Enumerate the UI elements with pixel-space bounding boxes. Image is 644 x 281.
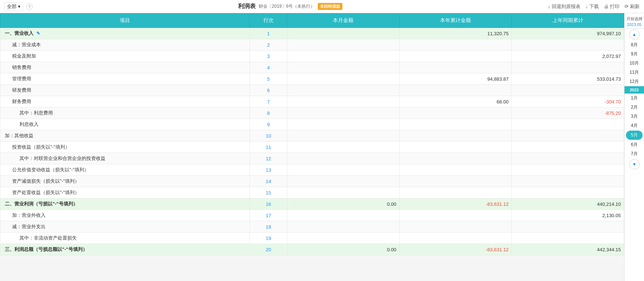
month-item[interactable]: 1月 (625, 94, 644, 103)
cell-item: 减：营业成本 (0, 39, 250, 51)
cell-row-num: 3 (250, 51, 287, 62)
col-header-prev: 上年同期累计 (512, 14, 624, 28)
month-up-button[interactable]: ▲ (629, 29, 640, 40)
scope-dropdown[interactable]: 全部 ▾ (4, 2, 23, 11)
cell-item: 税金及附加 (0, 51, 250, 62)
cell-prev (512, 221, 624, 233)
cell-prev: 440,214.10 (512, 198, 624, 210)
month-item[interactable]: 2月 (625, 103, 644, 112)
dropdown-arrow-icon: ▾ (18, 4, 21, 9)
cell-prev: -304.70 (512, 96, 624, 107)
sidebar-year: 2023.05 (625, 22, 643, 27)
cell-row-num: 7 (250, 96, 287, 107)
cell-item: 管理费用 (0, 73, 250, 85)
table-row: 税金及附加32,072.97 (0, 51, 624, 62)
month-item[interactable]: 11月 (625, 68, 644, 77)
download-button[interactable]: ↓ 下载 (586, 3, 599, 10)
table-row: 加：营业外收入172,130.05 (0, 210, 624, 221)
month-item[interactable]: 2023 (625, 86, 644, 94)
report-title: 利润表 (238, 3, 256, 10)
table-row: 资产减值损失（损失以"-"填列）14 (0, 176, 624, 187)
col-header-item: 项目 (0, 14, 250, 28)
cell-row-num: 12 (250, 153, 287, 164)
cell-month (287, 164, 400, 176)
table-row: 其中：非流动资产处置损失19 (0, 233, 624, 244)
cell-prev: 2,072.97 (512, 51, 624, 62)
month-item[interactable]: 7月 (625, 149, 644, 158)
cell-prev (512, 130, 624, 142)
cell-item: 资产减值损失（损失以"-"填列） (0, 176, 250, 187)
cell-prev (512, 142, 624, 153)
cell-prev (512, 164, 624, 176)
cell-prev: 2,130.05 (512, 210, 624, 221)
month-down-button[interactable]: ▼ (629, 159, 640, 169)
cell-item: 加：营业外收入 (0, 210, 250, 221)
table-row: 销售费用4 (0, 62, 624, 73)
cell-year (399, 142, 512, 153)
cell-item: 销售费用 (0, 62, 250, 73)
cell-year (399, 130, 512, 142)
col-header-year: 本年累计金额 (399, 14, 512, 28)
table-area: 项目 行次 本月金额 本年累计金额 上年同期累计 一、营业收入✎111,320.… (0, 13, 624, 281)
cell-prev: 533,014.73 (512, 73, 624, 85)
cell-month (287, 187, 400, 198)
cell-year: 11,320.75 (399, 28, 512, 39)
table-row: 投资收益（损失以"-"填列）11 (0, 142, 624, 153)
edit-icon[interactable]: ✎ (36, 31, 40, 36)
cell-prev: 442,344.15 (512, 244, 624, 255)
table-row: 管理费用594,883.87533,014.73 (0, 73, 624, 85)
cell-row-num: 16 (250, 198, 287, 210)
cell-prev (512, 153, 624, 164)
cell-month (287, 39, 400, 51)
cell-prev (512, 233, 624, 244)
month-list: 8月9月10月11月12月20231月2月3月4月5月6月7月 (625, 40, 644, 158)
cell-year (399, 85, 512, 96)
cell-prev: 974,997.10 (512, 28, 624, 39)
cell-year (399, 119, 512, 130)
month-item[interactable]: 8月 (625, 40, 644, 50)
month-item[interactable]: 10月 (625, 59, 644, 68)
top-bar-left: 全部 ▾ ? (4, 2, 33, 11)
cell-item: 其中：对联营企业和合营企业的投资收益 (0, 153, 250, 164)
cell-month: 0.00 (287, 244, 400, 255)
cell-row-num: 5 (250, 73, 287, 85)
cell-month (287, 130, 400, 142)
cell-prev (512, 85, 624, 96)
cell-year (399, 221, 512, 233)
help-icon[interactable]: ? (26, 3, 33, 10)
cell-year: 94,883.87 (399, 73, 512, 85)
cell-month (287, 153, 400, 164)
cell-row-num: 11 (250, 142, 287, 153)
cell-row-num: 10 (250, 130, 287, 142)
cell-row-num: 1 (250, 28, 287, 39)
table-row: 利息收入9 (0, 119, 624, 130)
cell-year (399, 107, 512, 119)
cell-item: 其中：利息费用 (0, 107, 250, 119)
cell-row-num: 17 (250, 210, 287, 221)
back-button[interactable]: ↓ 回退到原报表 (548, 3, 580, 10)
cell-item: 其中：非流动资产处置损失 (0, 233, 250, 244)
cell-row-num: 15 (250, 187, 287, 198)
refresh-button[interactable]: ⟳ 刷新 (625, 3, 640, 10)
month-item[interactable]: 5月 (626, 131, 643, 140)
col-header-row: 行次 (250, 14, 287, 28)
month-item[interactable]: 3月 (625, 112, 644, 121)
cell-year (399, 176, 512, 187)
month-item[interactable]: 4月 (625, 121, 644, 130)
cell-month (287, 233, 400, 244)
month-item[interactable]: 6月 (625, 140, 644, 149)
table-row: 二、营业利润（亏损以"-"号填列）160.00-83,631.12440,214… (0, 198, 624, 210)
month-item[interactable]: 9月 (625, 50, 644, 59)
cell-item: 二、营业利润（亏损以"-"号填列） (0, 198, 250, 210)
cell-item: 加：其他收益 (0, 130, 250, 142)
table-body: 一、营业收入✎111,320.75974,997.10减：营业成本2税金及附加3… (0, 28, 624, 255)
cell-month (287, 142, 400, 153)
cell-year: -83,631.12 (399, 198, 512, 210)
print-button[interactable]: 🖨 打印 (604, 3, 620, 10)
month-item[interactable]: 12月 (625, 77, 644, 86)
cell-row-num: 4 (250, 62, 287, 73)
cell-item: 利息收入 (0, 119, 250, 130)
table-row: 三、利润总额（亏损总额以"-"号填列）200.00-83,631.12442,3… (0, 244, 624, 255)
table-row: 其中：对联营企业和合营企业的投资收益12 (0, 153, 624, 164)
cell-row-num: 6 (250, 85, 287, 96)
